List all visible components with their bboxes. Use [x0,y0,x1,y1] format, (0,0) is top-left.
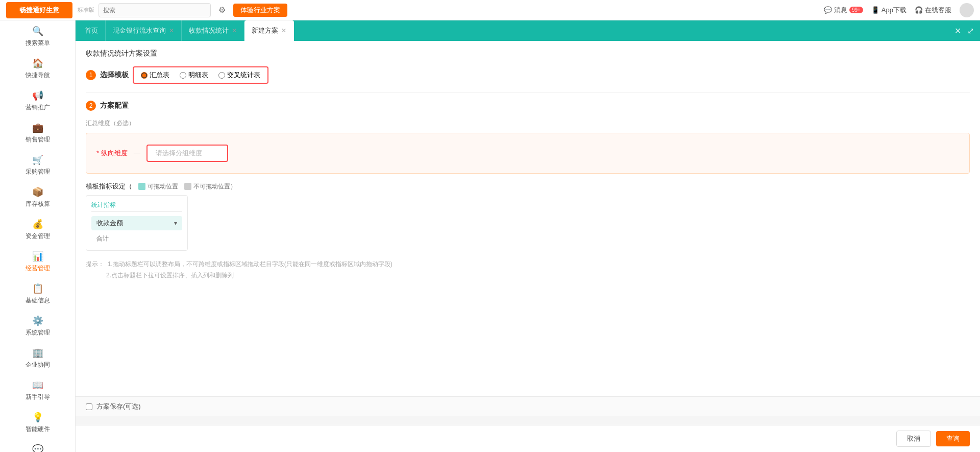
radio-detail-table[interactable]: 明细表 [180,70,208,80]
dimension-section-label: 汇总维度（必选） [86,119,970,128]
save-section: 方案保存(可选) [76,396,980,416]
system-icon: ⚙️ [32,315,43,326]
wechat-icon: 💬 [32,444,43,452]
drag-legend-no: 不可拖动位置） [184,182,236,191]
sidebar-label-base: 基础信息 [26,296,50,305]
tab-new-plan-close[interactable]: ✕ [281,27,286,34]
user-avatar[interactable] [960,3,974,17]
divider1 [86,92,970,92]
tab-collection-stats[interactable]: 收款情况统计 ✕ [182,20,244,41]
search-icon: 🔍 [32,26,43,37]
operations-icon: 📊 [32,251,43,262]
sidebar-item-wechat[interactable]: 💬 企业微信 [0,439,75,452]
metric-sub-total: 合计 [91,232,182,245]
finance-icon: 💰 [32,219,43,230]
radio-detail-label: 明细表 [188,70,208,80]
dimension-selector[interactable]: 请选择分组维度 [146,145,228,162]
query-button[interactable]: 查询 [936,431,970,446]
no-drag-indicator [184,183,191,190]
radio-summary-input[interactable] [141,72,148,79]
config-section: 汇总维度（必选） * 纵向维度 — 请选择分组维度 模板指标设定（ [86,119,970,281]
tip-2: 2.点击标题栏下拉可设置排序、插入列和删除列 [86,270,970,281]
sidebar-item-guide[interactable]: 📖 新手引导 [0,374,75,407]
sidebar-label-inventory: 库存核算 [26,200,50,208]
download-button[interactable]: 📱 App下载 [871,6,906,15]
page-inner: 收款情况统计方案设置 1 选择模板 汇总表 明细表 [76,41,980,396]
tab-home-label: 首页 [85,26,98,35]
tab-bank-flow-label: 现金银行流水查询 [113,26,166,35]
tab-new-plan[interactable]: 新建方案 ✕ [244,20,294,41]
content-area: 首页 现金银行流水查询 ✕ 收款情况统计 ✕ 新建方案 ✕ ✕ ⤢ 收款情况统计… [76,20,980,452]
step2-header: 2 方案配置 [86,101,970,111]
tab-home[interactable]: 首页 [78,20,106,41]
radio-cross-input[interactable] [218,72,225,79]
sidebar-item-system[interactable]: ⚙️ 系统管理 [0,310,75,342]
top-bar: 畅捷通好生意 标准版 ⚙ 体验行业方案 💬 消息 99+ 📱 App下载 🎧 在… [0,0,980,20]
sidebar-item-purchase[interactable]: 🛒 采购管理 [0,149,75,181]
marketing-icon: 📢 [32,90,43,101]
can-drag-indicator [138,183,145,190]
no-drag-label: 不可拖动位置） [193,182,236,191]
step1-title: 选择模板 [100,70,129,80]
radio-cross-label: 交叉统计表 [227,70,260,80]
tab-collection-stats-close[interactable]: ✕ [232,27,237,34]
tab-bar: 首页 现金银行流水查询 ✕ 收款情况统计 ✕ 新建方案 ✕ ✕ ⤢ [76,20,980,41]
tab-close-all-button[interactable]: ✕ [952,24,963,38]
sidebar-label-finance: 资金管理 [26,232,50,241]
radio-cross-table[interactable]: 交叉统计表 [218,70,260,80]
tab-maximize-button[interactable]: ⤢ [965,24,976,38]
save-checkbox[interactable] [86,403,92,410]
search-input[interactable] [99,3,211,17]
sidebar-label-sales: 销售管理 [26,135,50,144]
sidebar-item-inventory[interactable]: 📦 库存核算 [0,181,75,213]
purchase-icon: 🛒 [32,154,43,165]
support-button[interactable]: 🎧 在线客服 [915,6,951,15]
sidebar-label-operations: 经营管理 [26,264,50,273]
top-right-actions: 💬 消息 99+ 📱 App下载 🎧 在线客服 [824,3,974,17]
template-box: 汇总表 明细表 交叉统计表 [133,66,268,84]
sidebar-item-finance[interactable]: 💰 资金管理 [0,213,75,246]
dimension-arrow: — [134,150,140,157]
save-label[interactable]: 方案保存(可选) [96,402,141,411]
metric-chip-amount-arrow[interactable]: ▾ [174,220,177,227]
sidebar-item-base[interactable]: 📋 基础信息 [0,278,75,310]
dimension-row: * 纵向维度 — 请选择分组维度 [96,145,228,162]
tab-bank-flow-close[interactable]: ✕ [169,27,174,34]
sidebar-label-search: 搜索菜单 [26,39,50,47]
main-layout: 🔍 搜索菜单 🏠 快捷导航 📢 营销推广 💼 销售管理 🛒 采购管理 📦 库存核… [0,20,980,452]
page-title: 收款情况统计方案设置 [86,49,970,58]
step1-header: 1 选择模板 汇总表 明细表 交叉统计表 [86,66,970,84]
trial-button[interactable]: 体验行业方案 [233,4,287,17]
tab-new-plan-label: 新建方案 [252,26,278,35]
step2-num: 2 [86,101,96,111]
notification-button[interactable]: 💬 消息 99+ [824,6,863,15]
radio-detail-input[interactable] [180,72,186,79]
sidebar-label-home: 快捷导航 [26,71,50,80]
sidebar-item-marketing[interactable]: 📢 营销推广 [0,85,75,117]
home-icon: 🏠 [32,58,43,69]
settings-icon[interactable]: ⚙ [215,3,229,17]
metric-chip-amount: 收款金额 ▾ [91,216,182,230]
step2-title: 方案配置 [100,101,129,110]
cancel-button[interactable]: 取消 [896,431,931,447]
dimension-vertical-label: * 纵向维度 [96,149,128,158]
sidebar-item-search[interactable]: 🔍 搜索菜单 [0,20,75,53]
sidebar-item-sales[interactable]: 💼 销售管理 [0,117,75,149]
sidebar-label-guide: 新手引导 [26,393,50,401]
inventory-icon: 📦 [32,186,43,198]
sidebar-label-system: 系统管理 [26,328,50,337]
sidebar-item-operations[interactable]: 📊 经营管理 [0,246,75,278]
sidebar-item-home[interactable]: 🏠 快捷导航 [0,53,75,85]
sidebar-item-hardware[interactable]: 💡 智能硬件 [0,407,75,439]
app-logo: 畅捷通好生意 [6,2,72,18]
sidebar-item-enterprise[interactable]: 🏢 企业协同 [0,342,75,374]
metrics-group-label: 统计指标 [91,201,182,212]
dimension-area: * 纵向维度 — 请选择分组维度 [86,133,970,174]
hardware-icon: 💡 [32,412,43,423]
tab-bank-flow[interactable]: 现金银行流水查询 ✕ [106,20,182,41]
enterprise-icon: 🏢 [32,347,43,359]
footer-bar: 取消 查询 [76,425,980,452]
sidebar-label-enterprise: 企业协同 [26,361,50,369]
radio-summary-table[interactable]: 汇总表 [141,70,169,80]
sales-icon: 💼 [32,122,43,133]
